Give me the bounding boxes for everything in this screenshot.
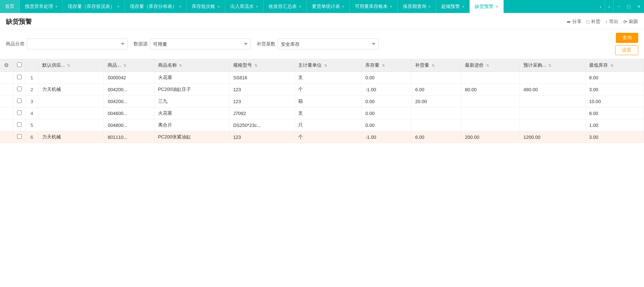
close-tab-exception-icon[interactable]: × bbox=[55, 4, 57, 9]
row-checkbox-0[interactable] bbox=[17, 75, 22, 79]
th-est-purchase[interactable]: 预计采购... ⇅ bbox=[519, 59, 585, 72]
th-unit-label: 主计量单位 bbox=[298, 62, 322, 68]
row-settings-cell bbox=[0, 119, 13, 131]
th-replenish-qty[interactable]: 补货量 ⇅ bbox=[412, 59, 461, 72]
row-settings-cell bbox=[0, 131, 13, 143]
refresh-button[interactable]: ⟳ 刷新 bbox=[623, 18, 638, 25]
replenish-base-select[interactable]: 安全库存 bbox=[278, 39, 379, 49]
close-tab-batch-icon[interactable]: × bbox=[217, 4, 219, 9]
th-product-name[interactable]: 商品名称 ⇅ bbox=[154, 59, 229, 72]
row-checkbox-4[interactable] bbox=[17, 122, 22, 127]
nav-tab-recv-summary[interactable]: 收发存汇总表× bbox=[264, 0, 306, 13]
nav-tab-shortage[interactable]: 缺货预警× bbox=[470, 0, 503, 13]
row-settings-cell bbox=[0, 107, 13, 119]
nav-prev-arrow[interactable]: ‹ bbox=[596, 0, 605, 13]
th-est-purchase-label: 预计采购... bbox=[523, 62, 546, 68]
datasource-select[interactable]: 可用量 bbox=[150, 39, 251, 49]
row-checkbox-2[interactable] bbox=[17, 98, 22, 103]
replenish-base-filter-group: 补货基数 安全库存 bbox=[257, 39, 379, 49]
spec-cell: DS250*23c... bbox=[229, 119, 294, 131]
close-tab-shortage-icon[interactable]: × bbox=[496, 4, 498, 9]
sort-product-name-icon[interactable]: ⇅ bbox=[179, 63, 182, 67]
product-code-cell: 004600... bbox=[104, 107, 154, 119]
row-checkbox-1[interactable] bbox=[17, 87, 22, 91]
sort-min-stock-icon[interactable]: ⇅ bbox=[610, 63, 613, 67]
row-settings-cell bbox=[0, 72, 13, 84]
th-unit[interactable]: 主计量单位 ⇅ bbox=[295, 59, 362, 72]
nav-next-arrow[interactable]: › bbox=[605, 0, 614, 13]
th-stock-qty[interactable]: 库存量 ⇅ bbox=[362, 59, 412, 72]
sort-replenish-qty-icon[interactable]: ⇅ bbox=[432, 63, 435, 67]
th-spec[interactable]: 规格型号 ⇅ bbox=[229, 59, 294, 72]
spec-cell: 123 bbox=[229, 96, 294, 107]
replenish-qty-cell: 6.00 bbox=[412, 131, 461, 143]
nav-tab-batch[interactable]: 库存批次账× bbox=[187, 0, 225, 13]
th-product-code[interactable]: 商品... ⇅ bbox=[104, 59, 154, 72]
product-code-cell: 0000042 bbox=[104, 72, 154, 84]
table-header-row: ⚙ 默认供应... ⇅ 商品... ⇅ 商品名称 bbox=[0, 59, 644, 72]
supplier-cell: 力天机械 bbox=[38, 131, 104, 143]
close-tab-recv-summary-icon[interactable]: × bbox=[299, 4, 301, 9]
replenish-qty-cell bbox=[412, 107, 461, 119]
gear-icon[interactable]: ⚙ bbox=[4, 62, 9, 68]
sort-est-purchase-icon[interactable]: ⇅ bbox=[548, 63, 551, 67]
category-label: 商品分类 bbox=[6, 41, 25, 47]
close-tab-inout-flow-icon[interactable]: × bbox=[256, 4, 258, 9]
sort-latest-price-icon[interactable]: ⇅ bbox=[486, 63, 489, 67]
nav-tab-exception[interactable]: 拣货异常处理× bbox=[20, 0, 63, 13]
close-tab-stock-dist-icon[interactable]: × bbox=[179, 4, 181, 9]
category-select[interactable] bbox=[27, 39, 128, 49]
product-code-cell: 004200... bbox=[104, 96, 154, 107]
close-button[interactable]: × bbox=[634, 0, 644, 13]
nav-tab-avail-ledger[interactable]: 可用量库存账本× bbox=[350, 0, 397, 13]
minimize-button[interactable]: － bbox=[614, 0, 624, 13]
sort-product-code-icon[interactable]: ⇅ bbox=[123, 63, 126, 67]
stock-qty-cell: 0.00 bbox=[362, 119, 412, 131]
select-all-checkbox[interactable] bbox=[17, 62, 22, 67]
sort-unit-icon[interactable]: ⇅ bbox=[324, 63, 327, 67]
close-tab-order-stat-icon[interactable]: × bbox=[342, 4, 344, 9]
replenish-button[interactable]: □ 补货 bbox=[587, 18, 600, 25]
nav-tab-order-stat[interactable]: 要货单统计表× bbox=[307, 0, 350, 13]
product-code-cell: 004200... bbox=[104, 84, 154, 96]
close-tab-avail-ledger-icon[interactable]: × bbox=[390, 4, 392, 9]
sort-supplier-icon[interactable]: ⇅ bbox=[67, 63, 70, 67]
table-row: 2力天机械004200...PC200油缸庄子123个-1.006.0080.0… bbox=[0, 84, 644, 96]
row-checkbox-3[interactable] bbox=[17, 110, 22, 115]
row-checkbox-cell bbox=[13, 131, 25, 143]
latest-price-cell bbox=[461, 96, 520, 107]
latest-price-cell bbox=[461, 107, 520, 119]
row-checkbox-cell bbox=[13, 107, 25, 119]
close-tab-stock-status-icon[interactable]: × bbox=[117, 4, 119, 9]
table-row: 6力天机械801110...PC200张紧油缸123个-1.006.00200.… bbox=[0, 131, 644, 143]
nav-tab-stock-status[interactable]: 现存量（库存状况表）× bbox=[63, 0, 125, 13]
th-supplier[interactable]: 默认供应... ⇅ bbox=[38, 59, 104, 72]
th-latest-price[interactable]: 最新进价 ⇅ bbox=[461, 59, 520, 72]
th-settings[interactable]: ⚙ bbox=[0, 59, 13, 72]
settings-button[interactable]: 设置 bbox=[615, 45, 638, 55]
stock-qty-cell: -1.00 bbox=[362, 84, 412, 96]
export-button[interactable]: ↑ 导出 bbox=[605, 18, 619, 25]
sort-stock-qty-icon[interactable]: ⇅ bbox=[382, 63, 385, 67]
nav-tab-home[interactable]: 首页 bbox=[0, 0, 20, 13]
share-button[interactable]: ➦ 分享 bbox=[567, 18, 582, 25]
stock-qty-cell: 0.00 bbox=[362, 72, 412, 84]
th-min-stock[interactable]: 最低库存 ⇅ bbox=[585, 59, 644, 72]
datasource-filter-group: 数据源 可用量 bbox=[134, 39, 251, 49]
table-row: 4004600...火花塞J7092支0.008.00 bbox=[0, 107, 644, 119]
th-product-name-label: 商品名称 bbox=[158, 62, 177, 68]
restore-button[interactable]: □ bbox=[624, 0, 634, 13]
nav-tab-expiry[interactable]: 保质期查询× bbox=[398, 0, 436, 13]
min-stock-cell: 10.00 bbox=[585, 96, 644, 107]
close-tab-overstock-icon[interactable]: × bbox=[462, 4, 464, 9]
nav-tab-overstock[interactable]: 超储预警× bbox=[436, 0, 470, 13]
spec-cell: J7092 bbox=[229, 107, 294, 119]
nav-tab-stock-dist[interactable]: 现存量（库存分布表）× bbox=[125, 0, 187, 13]
close-tab-expiry-icon[interactable]: × bbox=[428, 4, 431, 9]
row-checkbox-cell bbox=[13, 84, 25, 96]
sort-spec-icon[interactable]: ⇅ bbox=[254, 63, 257, 67]
table-row: 3004200...三九123箱0.0020.0010.00 bbox=[0, 96, 644, 107]
row-checkbox-5[interactable] bbox=[17, 134, 22, 139]
query-button[interactable]: 查询 bbox=[616, 33, 638, 43]
nav-tab-inout-flow[interactable]: 出入库流水× bbox=[225, 0, 264, 13]
